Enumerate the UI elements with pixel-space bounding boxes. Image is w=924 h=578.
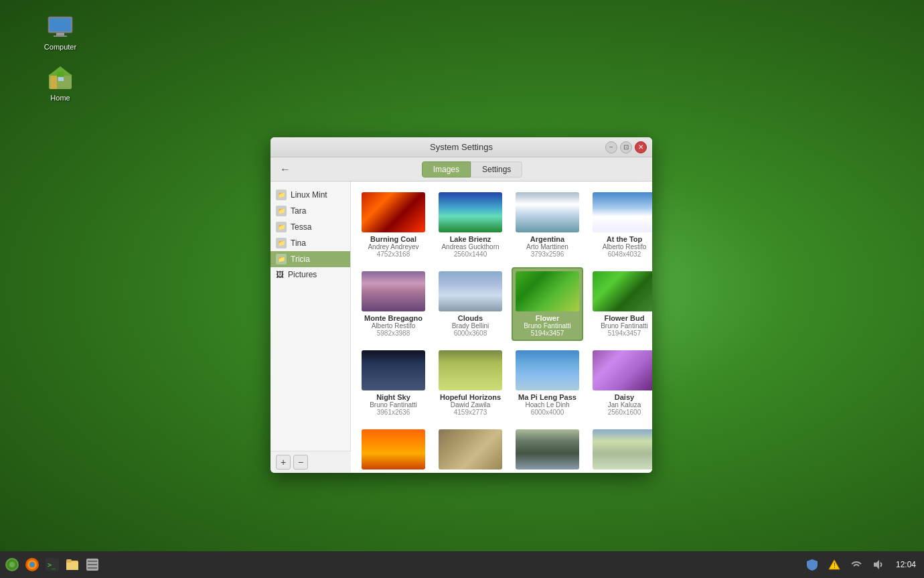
pictures-icon: 🖼	[276, 270, 284, 279]
image-name-1: Lake Brienz	[450, 235, 491, 243]
home-icon[interactable]: Home	[37, 64, 84, 102]
image-card-burning-coal[interactable]: Burning Coal Andrey Andreyev 4752x3168	[358, 188, 429, 262]
folder-icon: 📁	[276, 238, 287, 248]
thumb-extra3	[516, 429, 579, 469]
thumb-night-sky	[362, 350, 425, 390]
add-source-button[interactable]: +	[276, 455, 291, 469]
image-card-extra2[interactable]	[435, 425, 506, 473]
image-author-1: Andreas Guckthorn	[441, 243, 499, 250]
close-button[interactable]: ✕	[635, 141, 647, 153]
svg-text:!: !	[834, 562, 836, 569]
image-card-clouds[interactable]: Clouds Brady Bellini 6000x3608	[435, 267, 506, 341]
sidebar-item-linuxmint[interactable]: 📁 Linux Mint	[271, 187, 350, 203]
folder-icon: 📁	[276, 190, 287, 200]
taskbar-right: ! 12:04	[803, 555, 921, 574]
back-button[interactable]: ←	[277, 161, 293, 177]
image-card-flower-bud[interactable]: Flower Bud Bruno Fantinatti 5194x3457	[589, 267, 652, 341]
thumb-extra2	[439, 429, 502, 469]
window-title: System Settings	[430, 142, 493, 152]
maximize-button[interactable]: ⊡	[620, 141, 632, 153]
tab-group: Images Settings	[422, 161, 523, 177]
sidebar-item-pictures[interactable]: 🖼 Pictures	[271, 267, 350, 282]
computer-icon[interactable]: Computer	[37, 13, 84, 51]
image-dims-4: 5982x3988	[377, 330, 410, 337]
window-body: 📁 Linux Mint 📁 Tara 📁 Tessa 📁 Tina 📁	[271, 182, 652, 473]
tray-network-icon[interactable]	[847, 555, 866, 574]
folder-icon-active: 📁	[276, 254, 287, 265]
image-card-daisy[interactable]: Daisy Jan Kaluza 2560x1600	[589, 346, 652, 420]
taskbar-left: >_	[3, 555, 102, 574]
image-card-night-sky[interactable]: Night Sky Bruno Fantinatti 3961x2636	[358, 346, 429, 420]
tab-settings[interactable]: Settings	[471, 161, 522, 177]
image-name-9: Hopeful Horizons	[440, 393, 501, 401]
thumb-monte	[362, 271, 425, 311]
image-dims-10: 6000x4000	[531, 409, 564, 416]
image-author-0: Andrey Andreyev	[368, 243, 418, 250]
tray-shield-icon[interactable]	[803, 555, 822, 574]
thumb-lake-brienz	[439, 192, 502, 232]
computer-icon-image	[44, 13, 76, 40]
taskbar: >_	[0, 551, 924, 578]
svg-rect-3	[54, 35, 67, 37]
image-name-10: Ma Pi Leng Pass	[518, 393, 576, 401]
svg-rect-23	[88, 567, 97, 569]
image-author-5: Brady Bellini	[452, 322, 489, 330]
thumb-extra4	[593, 429, 652, 469]
image-card-lake-brienz[interactable]: Lake Brienz Andreas Guckthorn 2560x1440	[435, 188, 506, 262]
image-card-monte[interactable]: Monte Bregagno Alberto Restifo 5982x3988	[358, 267, 429, 341]
sidebar-item-tina[interactable]: 📁 Tina	[271, 235, 350, 251]
image-name-7: Flower Bud	[605, 314, 645, 322]
thumb-clouds	[439, 271, 502, 311]
image-grid: Burning Coal Andrey Andreyev 4752x3168 L…	[358, 188, 645, 473]
sidebar-wrapper: 📁 Linux Mint 📁 Tara 📁 Tessa 📁 Tina 📁	[271, 182, 351, 473]
desktop-icons: Computer Home	[37, 13, 84, 102]
image-card-flower[interactable]: Flower Bruno Fantinatti 5194x3457	[512, 267, 583, 341]
taskbar-menu-button[interactable]	[3, 555, 21, 574]
taskbar-settings-button[interactable]	[83, 555, 102, 574]
window-controls: − ⊡ ✕	[605, 141, 647, 153]
svg-point-14	[29, 562, 35, 567]
taskbar-files-button[interactable]	[63, 555, 82, 574]
thumb-extra1	[362, 429, 425, 469]
image-grid-container[interactable]: Burning Coal Andrey Andreyev 4752x3168 L…	[351, 182, 652, 473]
taskbar-time: 12:04	[896, 560, 916, 569]
image-card-extra3[interactable]	[512, 425, 583, 473]
thumb-argentina	[516, 192, 579, 232]
svg-rect-1	[50, 18, 71, 31]
image-card-extra4[interactable]	[589, 425, 652, 473]
image-author-8: Bruno Fantinatti	[370, 401, 417, 409]
taskbar-firefox-button[interactable]	[23, 555, 42, 574]
tab-images[interactable]: Images	[422, 161, 471, 177]
image-card-mapi[interactable]: Ma Pi Leng Pass Hoach Le Dinh 6000x4000	[512, 346, 583, 420]
image-dims-2: 3793x2596	[531, 250, 564, 258]
tray-volume-icon[interactable]	[869, 555, 888, 574]
remove-source-button[interactable]: −	[293, 455, 308, 469]
folder-icon: 📁	[276, 206, 287, 216]
sidebar-item-tricia[interactable]: 📁 Tricia	[271, 251, 350, 267]
sidebar-buttons: + −	[271, 451, 351, 473]
taskbar-terminal-button[interactable]: >_	[43, 555, 62, 574]
system-tray: !	[803, 555, 888, 574]
image-name-2: Argentina	[530, 235, 564, 243]
computer-icon-label: Computer	[44, 43, 76, 51]
tray-warning-icon[interactable]: !	[825, 555, 844, 574]
thumb-ma-pi	[516, 350, 579, 390]
svg-point-11	[9, 562, 15, 567]
image-card-at-the-top[interactable]: At the Top Alberto Restifo 6048x4032	[589, 188, 652, 262]
svg-rect-21	[88, 561, 97, 562]
system-settings-window: System Settings − ⊡ ✕ ← Images Settings …	[271, 137, 652, 473]
image-dims-9: 4159x2773	[454, 409, 487, 416]
svg-text:>_: >_	[48, 561, 56, 569]
image-card-argentina[interactable]: Argentina Arto Marttinen 3793x2596	[512, 188, 583, 262]
image-dims-1: 2560x1440	[454, 250, 487, 258]
image-name-5: Clouds	[458, 314, 483, 322]
image-card-extra1[interactable]	[358, 425, 429, 473]
sidebar-item-tessa[interactable]: 📁 Tessa	[271, 219, 350, 235]
sidebar-item-tara[interactable]: 📁 Tara	[271, 203, 350, 219]
image-author-3: Alberto Restifo	[603, 243, 647, 250]
image-card-hopeful[interactable]: Hopeful Horizons Dawid Zawila 4159x2773	[435, 346, 506, 420]
svg-rect-18	[66, 562, 78, 570]
image-dims-0: 4752x3168	[377, 250, 410, 258]
image-name-11: Daisy	[615, 393, 634, 401]
minimize-button[interactable]: −	[605, 141, 617, 153]
